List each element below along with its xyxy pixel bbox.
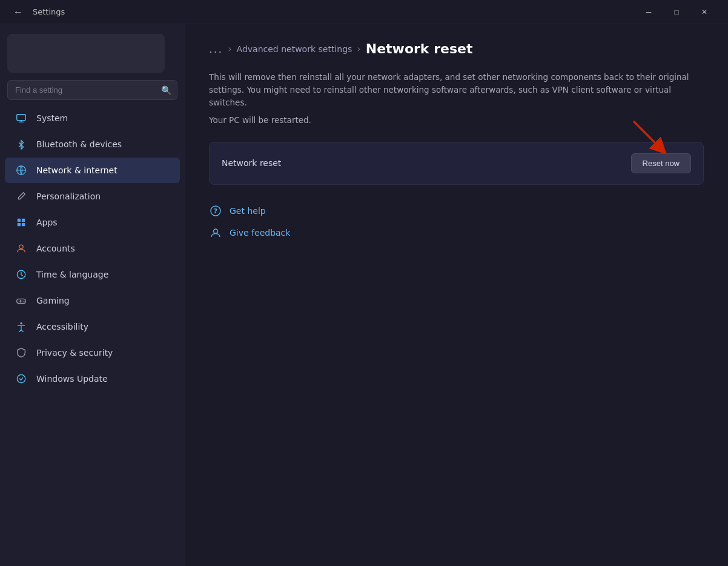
sidebar-item-update[interactable]: Windows Update <box>5 366 180 391</box>
svg-rect-3 <box>18 223 21 226</box>
breadcrumb: ... › Advanced network settings › Networ… <box>209 41 704 56</box>
svg-point-8 <box>22 301 23 301</box>
svg-point-11 <box>17 375 25 383</box>
avatar <box>7 34 165 73</box>
sidebar-item-label-accessibility: Accessibility <box>36 322 88 331</box>
reset-card: Network reset Reset now <box>209 142 704 185</box>
sidebar-item-label-gaming: Gaming <box>36 296 70 305</box>
svg-point-9 <box>24 301 24 301</box>
sidebar-item-gaming[interactable]: Gaming <box>5 288 180 313</box>
give-feedback-label: Give feedback <box>230 228 290 238</box>
accessibility-icon <box>15 320 28 333</box>
close-button[interactable]: ✕ <box>690 2 718 22</box>
bluetooth-icon <box>15 138 28 151</box>
sidebar: 🔍 SystemBluetooth & devicesNetwork & int… <box>0 24 185 566</box>
sidebar-item-system[interactable]: System <box>5 105 180 131</box>
main-content: ... › Advanced network settings › Networ… <box>185 24 728 566</box>
sidebar-item-personalization[interactable]: Personalization <box>5 184 180 209</box>
sidebar-item-label-accounts: Accounts <box>36 244 75 253</box>
sidebar-item-privacy[interactable]: Privacy & security <box>5 340 180 365</box>
search-container: 🔍 <box>7 80 177 100</box>
sidebar-item-label-update: Windows Update <box>36 374 108 384</box>
description-text: This will remove then reinstall all your… <box>209 71 704 109</box>
sidebar-item-accounts[interactable]: Accounts <box>5 236 180 261</box>
sidebar-item-bluetooth[interactable]: Bluetooth & devices <box>5 132 180 157</box>
breadcrumb-sep-1: › <box>228 43 231 55</box>
sidebar-item-accessibility[interactable]: Accessibility <box>5 314 180 339</box>
svg-rect-0 <box>17 115 25 121</box>
window-controls: ─ □ ✕ <box>635 2 718 22</box>
content-area: 🔍 SystemBluetooth & devicesNetwork & int… <box>0 24 728 566</box>
maximize-button[interactable]: □ <box>663 2 690 22</box>
titlebar-title: Settings <box>33 7 65 16</box>
minimize-button[interactable]: ─ <box>635 2 663 22</box>
get-help-label: Get help <box>230 206 266 216</box>
network-icon <box>15 164 28 177</box>
reset-card-label: Network reset <box>222 158 281 168</box>
svg-point-10 <box>20 322 22 324</box>
svg-rect-2 <box>22 219 25 222</box>
breadcrumb-parent[interactable]: Advanced network settings <box>237 44 352 54</box>
get-help-icon: ? <box>209 204 222 218</box>
svg-rect-4 <box>22 223 25 226</box>
update-icon <box>15 372 28 385</box>
back-button[interactable]: ← <box>10 4 27 20</box>
time-icon <box>15 268 28 281</box>
breadcrumb-sep-2: › <box>357 43 360 55</box>
breadcrumb-current: Network reset <box>366 41 473 56</box>
sidebar-item-label-privacy: Privacy & security <box>36 348 113 358</box>
give-feedback-link[interactable]: Give feedback <box>209 226 704 239</box>
breadcrumb-dots: ... <box>209 42 223 55</box>
sidebar-item-label-network: Network & internet <box>36 165 117 175</box>
sidebar-item-label-time: Time & language <box>36 270 108 279</box>
arrow-indicator <box>627 115 670 158</box>
system-icon <box>15 112 28 125</box>
settings-window: ← Settings ─ □ ✕ 🔍 SystemBluetooth & dev… <box>0 0 728 566</box>
give-feedback-icon <box>209 226 222 239</box>
svg-line-13 <box>634 121 661 148</box>
sidebar-item-label-bluetooth: Bluetooth & devices <box>36 139 122 149</box>
search-input[interactable] <box>7 80 177 100</box>
get-help-link[interactable]: ? Get help <box>209 204 704 218</box>
svg-text:?: ? <box>214 207 217 215</box>
gaming-icon <box>15 294 28 307</box>
nav-list: SystemBluetooth & devicesNetwork & inter… <box>0 105 185 392</box>
svg-point-5 <box>19 245 23 248</box>
privacy-icon <box>15 346 28 359</box>
sidebar-item-network[interactable]: Network & internet <box>5 158 180 183</box>
personalization-icon <box>15 190 28 203</box>
sidebar-item-label-personalization: Personalization <box>36 191 101 201</box>
sidebar-item-apps[interactable]: Apps <box>5 210 180 235</box>
sidebar-item-time[interactable]: Time & language <box>5 262 180 287</box>
titlebar: ← Settings ─ □ ✕ <box>0 0 728 24</box>
apps-icon <box>15 216 28 229</box>
svg-rect-1 <box>18 219 21 222</box>
sidebar-item-label-system: System <box>36 113 68 123</box>
accounts-icon <box>15 242 28 255</box>
sidebar-item-label-apps: Apps <box>36 218 58 227</box>
svg-point-16 <box>214 229 218 233</box>
links-section: ? Get help Give feedback <box>209 204 704 239</box>
